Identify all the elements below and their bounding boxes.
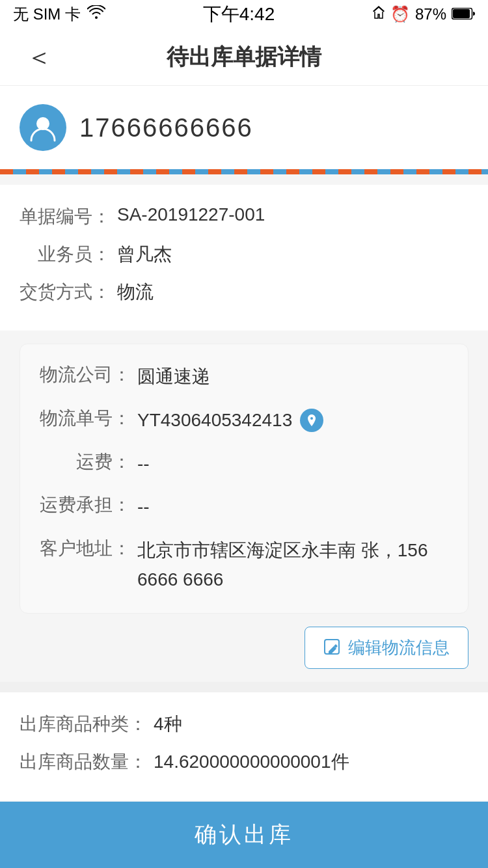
order-no-label: 单据编号： — [20, 204, 111, 229]
order-no-row: 单据编号： SA-20191227-001 — [20, 204, 468, 229]
goods-quantity-row: 出库商品数量： 14.620000000000001件 — [20, 750, 468, 774]
back-button[interactable]: ＜ — [20, 33, 59, 81]
customer-section: 17666666666 — [0, 86, 488, 169]
logistics-company-label: 物流公司： — [40, 362, 131, 387]
goods-types-value: 4种 — [154, 712, 182, 737]
logistics-freight-bearer-label: 运费承担： — [40, 493, 131, 517]
delivery-row: 交货方式： 物流 — [20, 280, 468, 305]
logistics-address-value: 北京市市辖区海淀区永丰南 张，156 6666 6666 — [137, 536, 448, 595]
edit-logistics-button[interactable]: 编辑物流信息 — [305, 627, 468, 669]
wifi-icon — [87, 5, 105, 23]
battery-icon — [452, 5, 475, 23]
logistics-address-row: 客户地址： 北京市市辖区海淀区永丰南 张，156 6666 6666 — [40, 536, 448, 595]
logistics-freight-bearer-value: -- — [137, 493, 448, 522]
avatar — [20, 104, 66, 151]
order-no-value: SA-20191227-001 — [117, 204, 468, 225]
logistics-freight-row: 运费： -- — [40, 450, 448, 479]
section-divider — [0, 682, 488, 692]
edit-icon — [323, 638, 342, 657]
logistics-tracking-row: 物流单号： YT43064053424​13 — [40, 406, 448, 435]
confirm-btn-wrap: 确认出库 — [0, 802, 488, 868]
delivery-label: 交货方式： — [20, 280, 111, 305]
salesman-label: 业务员： — [20, 242, 111, 267]
delivery-value: 物流 — [117, 280, 468, 305]
logistics-freight-value: -- — [137, 450, 448, 479]
svg-point-3 — [310, 417, 313, 420]
logistics-address-label: 客户地址： — [40, 536, 131, 561]
logistics-company-value: 圆通速递 — [137, 362, 448, 392]
logistics-tracking-label: 物流单号： — [40, 406, 131, 431]
logistics-tracking-value: YT43064053424​13 — [137, 406, 448, 435]
logistics-card: 物流公司： 圆通速递 物流单号： YT43064053424​13 运费： --… — [20, 344, 468, 614]
basic-info-section: 单据编号： SA-20191227-001 业务员： 曾凡杰 交货方式： 物流 — [0, 185, 488, 331]
logistics-freight-bearer-row: 运费承担： -- — [40, 493, 448, 522]
alarm-icon: ⏰ — [390, 5, 410, 23]
nav-bar: ＜ 待出库单据详情 — [0, 29, 488, 86]
page-title: 待出库单据详情 — [167, 42, 321, 72]
carrier-text: 无 SIM 卡 — [13, 4, 81, 25]
goods-quantity-label: 出库商品数量： — [20, 750, 147, 774]
track-location-icon[interactable] — [300, 409, 323, 432]
goods-section: 出库商品种类： 4种 出库商品数量： 14.620000000000001件 — [0, 692, 488, 800]
goods-types-row: 出库商品种类： 4种 — [20, 712, 468, 737]
goods-quantity-value: 14.620000000000001件 — [154, 750, 349, 774]
location-service-icon — [372, 5, 385, 23]
status-bar: 无 SIM 卡 下午4:42 ⏰ 87% — [0, 0, 488, 29]
status-time: 下午4:42 — [203, 2, 275, 27]
svg-rect-1 — [453, 9, 470, 18]
customer-phone: 17666666666 — [79, 113, 253, 142]
salesman-row: 业务员： 曾凡杰 — [20, 242, 468, 267]
confirm-outbound-button[interactable]: 确认出库 — [20, 820, 468, 850]
logistics-freight-label: 运费： — [40, 450, 131, 474]
status-left: 无 SIM 卡 — [13, 4, 105, 25]
dashed-divider — [0, 169, 488, 174]
battery-text: 87% — [415, 5, 446, 23]
status-right: ⏰ 87% — [372, 5, 475, 23]
salesman-value: 曾凡杰 — [117, 242, 468, 267]
main-content: 17666666666 单据编号： SA-20191227-001 业务员： 曾… — [0, 86, 488, 868]
edit-btn-wrap: 编辑物流信息 — [0, 627, 488, 682]
goods-types-label: 出库商品种类： — [20, 712, 147, 737]
logistics-company-row: 物流公司： 圆通速递 — [40, 362, 448, 392]
